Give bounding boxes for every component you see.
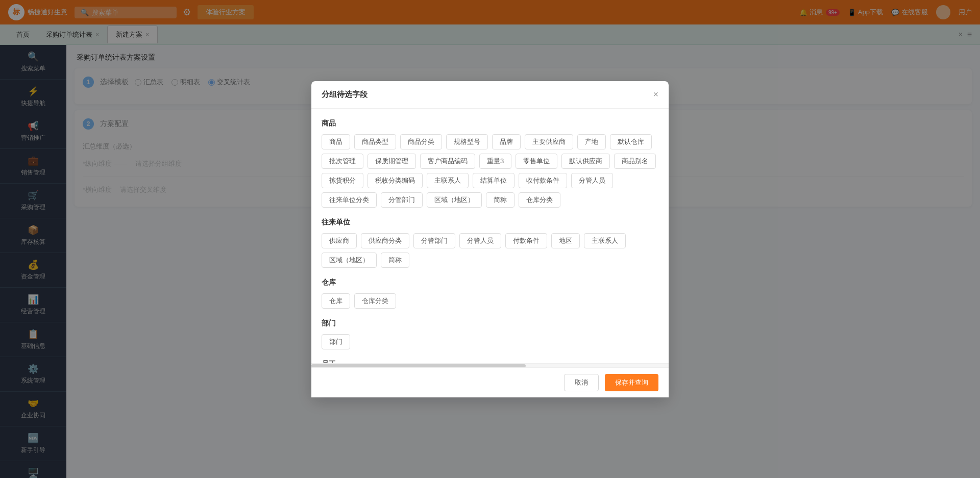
section-partner: 往来单位 供应商 供应商分类 分管部门 分管人员 付款条件 地区 主联系人 区域… <box>322 218 658 268</box>
tag-product-type[interactable]: 商品类型 <box>354 134 396 149</box>
tag-batch-mgmt[interactable]: 批次管理 <box>322 154 363 169</box>
tag-default-supplier[interactable]: 默认供应商 <box>561 154 610 169</box>
section-warehouse: 仓库 仓库 仓库分类 <box>322 278 658 309</box>
section-product-title: 商品 <box>322 119 658 128</box>
modal-dialog: 分组待选字段 × 商品 商品 商品类型 商品分类 规格型号 品牌 主要供应商 <box>311 81 669 397</box>
tag-settlement-unit[interactable]: 结算单位 <box>473 173 514 188</box>
tag-supplier-category[interactable]: 供应商分类 <box>361 233 409 248</box>
tag-person-partner[interactable]: 分管人员 <box>459 233 501 248</box>
section-dept-title: 部门 <box>322 319 658 328</box>
section-warehouse-tags: 仓库 仓库分类 <box>322 293 658 309</box>
modal-close-btn[interactable]: × <box>653 89 658 100</box>
tag-area[interactable]: 地区 <box>551 233 580 248</box>
tag-region-partner[interactable]: 区域（地区） <box>322 253 377 268</box>
section-product: 商品 商品 商品类型 商品分类 规格型号 品牌 主要供应商 产地 默认仓库 批次… <box>322 119 658 208</box>
section-product-tags: 商品 商品类型 商品分类 规格型号 品牌 主要供应商 产地 默认仓库 批次管理 … <box>322 134 658 208</box>
tag-dept-mgmt[interactable]: 分管部门 <box>381 192 423 208</box>
tag-contact-partner[interactable]: 主联系人 <box>584 233 626 248</box>
tag-dept-partner[interactable]: 分管部门 <box>413 233 455 248</box>
tag-retail-unit[interactable]: 零售单位 <box>516 154 557 169</box>
tag-responsible-person[interactable]: 分管人员 <box>571 173 613 188</box>
section-warehouse-title: 仓库 <box>322 278 658 287</box>
modal-title: 分组待选字段 <box>322 90 368 99</box>
modal-body: 商品 商品 商品类型 商品分类 规格型号 品牌 主要供应商 产地 默认仓库 批次… <box>311 109 669 363</box>
tag-short-name-product[interactable]: 简称 <box>486 192 514 208</box>
tag-default-warehouse[interactable]: 默认仓库 <box>610 134 652 149</box>
section-dept: 部门 部门 <box>322 319 658 349</box>
tag-product-category[interactable]: 商品分类 <box>400 134 442 149</box>
tag-payment-terms[interactable]: 收付款条件 <box>519 173 567 188</box>
content-area: 采购订单统计表方案设置 1 选择模板 汇总表 明细表 交叉统计表 2 方案配置 … <box>66 45 980 478</box>
tag-short-name-partner[interactable]: 简称 <box>381 253 409 268</box>
tag-payment-cond[interactable]: 付款条件 <box>505 233 547 248</box>
tag-main-supplier[interactable]: 主要供应商 <box>525 134 573 149</box>
tag-quality-mgmt[interactable]: 保质期管理 <box>368 154 416 169</box>
modal-overlay: 分组待选字段 × 商品 商品 商品类型 商品分类 规格型号 品牌 主要供应商 <box>0 0 980 478</box>
tag-tax-code[interactable]: 税收分类编码 <box>368 173 423 188</box>
tag-customer-code[interactable]: 客户商品编码 <box>420 154 475 169</box>
tag-main-contact[interactable]: 主联系人 <box>427 173 469 188</box>
section-partner-title: 往来单位 <box>322 218 658 227</box>
confirm-button[interactable]: 保存并查询 <box>605 374 658 391</box>
tag-weight[interactable]: 重量3 <box>479 154 511 169</box>
modal-horizontal-scrollbar[interactable] <box>311 363 669 367</box>
tag-product-alias[interactable]: 商品别名 <box>614 154 656 169</box>
tag-partner-category[interactable]: 往来单位分类 <box>322 192 377 208</box>
tag-origin[interactable]: 产地 <box>577 134 606 149</box>
main-layout: 🔍 搜索菜单 ⚡ 快捷导航 📢 营销推广 💼 销售管理 🛒 采购管理 📦 库存核… <box>0 45 980 478</box>
tag-warehouse[interactable]: 仓库 <box>322 293 350 309</box>
tag-dept[interactable]: 部门 <box>322 334 350 349</box>
tag-supplier[interactable]: 供应商 <box>322 233 357 248</box>
modal-footer: 取消 保存并查询 <box>311 367 669 397</box>
section-employee: 员工 业务员 <box>322 360 658 363</box>
modal-hscroll-thumb <box>311 364 526 367</box>
tag-warehouse-category-product[interactable]: 仓库分类 <box>519 192 560 208</box>
section-employee-title: 员工 <box>322 360 658 363</box>
cancel-button[interactable]: 取消 <box>564 374 599 391</box>
modal-header: 分组待选字段 × <box>311 81 669 109</box>
section-partner-tags: 供应商 供应商分类 分管部门 分管人员 付款条件 地区 主联系人 区域（地区） … <box>322 233 658 268</box>
tag-product[interactable]: 商品 <box>322 134 350 149</box>
tag-spec-model[interactable]: 规格型号 <box>446 134 488 149</box>
tag-region-product[interactable]: 区域（地区） <box>427 192 482 208</box>
tag-brand[interactable]: 品牌 <box>492 134 521 149</box>
tag-warehouse-category[interactable]: 仓库分类 <box>354 293 396 309</box>
tag-pick-score[interactable]: 拣货积分 <box>322 173 363 188</box>
section-dept-tags: 部门 <box>322 334 658 349</box>
